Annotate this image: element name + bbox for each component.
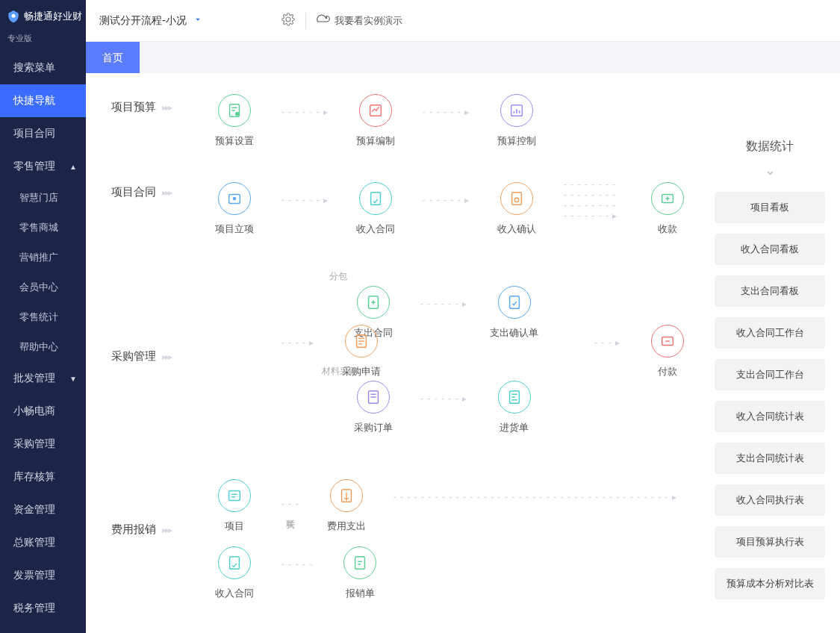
divider (305, 13, 306, 29)
stat-btn-budget-cost[interactable]: 预算成本分析对比表 (715, 568, 825, 599)
stats-panel: 数据统计 ⌄ 项目看板 收入合同看板 支出合同看板 收入合同工作台 支出合同工作… (715, 94, 825, 632)
arrow-deco-icon: ▸▸▸ (162, 352, 171, 362)
doc-check-icon (359, 182, 392, 215)
stat-btn-budget-exec[interactable]: 项目预算执行表 (715, 526, 825, 558)
flow-section-contract: 项目合同 ▸▸▸ 项目立项 - - - - - - ▸ 收入合同 (111, 179, 701, 239)
section-title: 项目预算 ▸▸▸ (111, 100, 171, 114)
stat-btn-project-board[interactable]: 项目看板 (715, 192, 825, 223)
sidebar-item-project-contract[interactable]: 项目合同 (0, 117, 86, 150)
workspace-selector[interactable]: 测试分开流程-小况 (99, 14, 271, 28)
svg-point-2 (235, 112, 240, 116)
branch-label-subcontract: 分包 (329, 270, 701, 283)
connector: - - - - - - - - - - - - - - - - - - - - … (564, 179, 620, 221)
node-budget-control[interactable]: 预算控制 (483, 94, 550, 148)
sidebar-sub-smartstore[interactable]: 智慧门店 (0, 183, 86, 213)
svg-rect-20 (355, 557, 365, 570)
section-title: 采购管理 ▸▸▸ (111, 349, 171, 364)
branch-label-material: 材料采购 (322, 365, 701, 378)
connector: - - - - - - ▸ (420, 299, 467, 309)
section-title: 费用报销 ▸▸▸ (111, 523, 171, 537)
doc-icon (345, 325, 378, 358)
sidebar-item-ecommerce[interactable]: 小畅电商 (0, 395, 86, 428)
sidebar-item-retail[interactable]: 零售管理 ▲ (0, 150, 86, 183)
stat-btn-expense-stats[interactable]: 支出合同统计表 (715, 443, 825, 474)
sidebar-item-ledger[interactable]: 总账管理 (0, 526, 86, 559)
arrow-deco-icon: ▸▸▸ (162, 102, 171, 113)
sidebar-item-invoice[interactable]: 发票管理 (0, 559, 86, 592)
sidebar-item-label: 批发管理 (13, 372, 55, 384)
node-goods-receipt[interactable]: 进货单 (481, 381, 548, 434)
node-income-confirm[interactable]: 收入确认 (483, 182, 550, 236)
connector: - - - - - - ▸ (423, 195, 470, 205)
connector: - - - - - - ▸ (423, 107, 470, 117)
node-project[interactable]: 项目 (201, 479, 268, 533)
sidebar-search[interactable]: 搜索菜单 (0, 52, 86, 84)
main: 测试分开流程-小况 我要看实例演示 首页 (86, 0, 840, 633)
side-menu: 快捷导航 项目合同 零售管理 ▲ 智慧门店 零售商城 营销推广 会员中心 零售统… (0, 84, 86, 633)
flow-section-budget: 项目预算 ▸▸▸ 预算设置 - - - - - - ▸ 预算编制 (111, 94, 701, 148)
flow-section-expense: 费用报销 ▸▸▸ 项目 - - - 关联 (111, 479, 701, 600)
svg-point-0 (12, 14, 16, 18)
sidebar-item-wholesale[interactable]: 批发管理 ▼ (0, 362, 86, 395)
node-reimburse[interactable]: 报销单 (326, 546, 393, 600)
folder-icon (218, 182, 251, 215)
node-receipt[interactable]: 收款 (634, 182, 701, 236)
node-project-init[interactable]: 项目立项 (201, 182, 268, 236)
demo-link[interactable]: 我要看实例演示 (317, 13, 402, 28)
sidebar-item-funds[interactable]: 资金管理 (0, 493, 86, 526)
gear-icon[interactable] (281, 13, 295, 28)
chevron-down-icon: ▼ (69, 375, 77, 383)
sidebar-sub-help[interactable]: 帮助中心 (0, 332, 86, 362)
cloud-icon (317, 13, 330, 28)
svg-point-6 (233, 197, 237, 201)
stat-btn-income-exec[interactable]: 收入合同执行表 (715, 484, 825, 516)
connector: - - - (281, 499, 299, 509)
svg-rect-12 (510, 296, 520, 309)
connector: - - - ▸ (594, 337, 620, 348)
node-budget-settings[interactable]: 预算设置 (201, 94, 268, 148)
node-income-contract[interactable]: 收入合同 (342, 182, 409, 236)
money-out-icon (651, 325, 684, 358)
connector: - - - - - - - - - - - - - - - - - - - - … (393, 492, 701, 502)
tab-home[interactable]: 首页 (86, 42, 140, 73)
arrow-deco-icon: ▸▸▸ (162, 187, 171, 198)
connector: - - - - - - ▸ (420, 393, 467, 404)
sidebar-sub-member[interactable]: 会员中心 (0, 272, 86, 302)
demo-link-label: 我要看实例演示 (335, 14, 402, 28)
stat-btn-expense-board[interactable]: 支出合同看板 (715, 275, 825, 307)
connector: - - - - - - ▸ (281, 107, 329, 117)
stat-btn-expense-workbench[interactable]: 支出合同工作台 (715, 359, 825, 390)
node-income-contract-2[interactable]: 收入合同 (201, 546, 268, 600)
project-icon (218, 479, 251, 512)
sidebar-sub-marketing[interactable]: 营销推广 (0, 243, 86, 272)
doc-check-icon (218, 94, 251, 127)
sidebar-sub-retail-stats[interactable]: 零售统计 (0, 302, 86, 332)
connector: - - - - ▸ (281, 337, 314, 348)
stat-btn-income-board[interactable]: 收入合同看板 (715, 234, 825, 265)
svg-point-9 (514, 198, 519, 202)
node-budget-edit[interactable]: 预算编制 (342, 94, 409, 148)
content: 项目预算 ▸▸▸ 预算设置 - - - - - - ▸ 预算编制 (86, 73, 840, 633)
order-icon (357, 381, 390, 414)
node-expense-confirm[interactable]: 支出确认单 (481, 286, 548, 340)
sidebar-item-quicknav[interactable]: 快捷导航 (0, 84, 86, 117)
connector: - - - - - - ▸ (281, 195, 329, 205)
expense-icon (330, 479, 363, 512)
tabs: 首页 (86, 42, 840, 73)
doc-check-icon (498, 286, 531, 319)
sidebar-item-inventory[interactable]: 库存核算 (0, 461, 86, 493)
chevron-down-icon: ⌄ (715, 162, 825, 178)
stat-btn-income-stats[interactable]: 收入合同统计表 (715, 401, 825, 432)
chart-icon (359, 94, 392, 127)
sidebar-item-tax[interactable]: 税务管理 (0, 592, 86, 625)
stat-btn-income-workbench[interactable]: 收入合同工作台 (715, 317, 825, 349)
node-expense-out[interactable]: 费用支出 (313, 479, 380, 533)
svg-rect-7 (371, 193, 381, 205)
svg-rect-8 (512, 193, 522, 205)
node-purchase-order[interactable]: 采购订单 (340, 381, 407, 434)
sidebar-item-label: 零售管理 (13, 160, 55, 172)
arrow-deco-icon: ▸▸▸ (162, 525, 171, 535)
sidebar-sub-mall[interactable]: 零售商城 (0, 213, 86, 243)
content-wrap: 项目预算 ▸▸▸ 预算设置 - - - - - - ▸ 预算编制 (86, 73, 840, 633)
sidebar-item-purchase[interactable]: 采购管理 (0, 428, 86, 461)
